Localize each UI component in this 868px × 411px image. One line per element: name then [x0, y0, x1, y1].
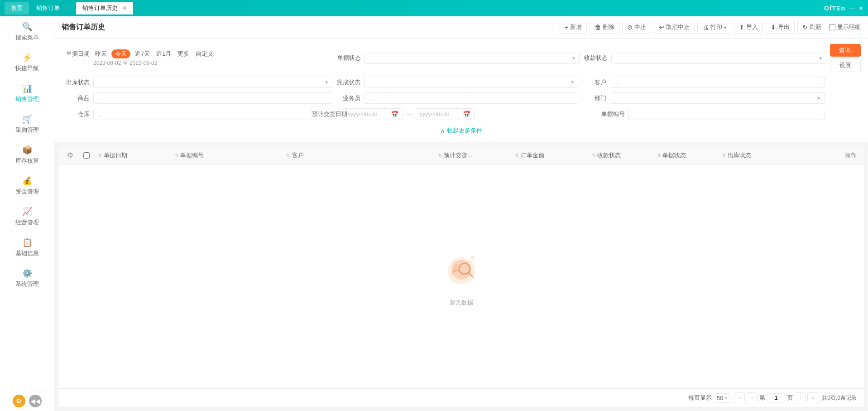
cancel-stop-icon: ↩	[659, 24, 664, 31]
filter-row-2: 出库状态 ▾ 完成状态 ▾ 客户 ...	[62, 77, 861, 88]
page-size-value: 50	[717, 395, 723, 401]
sort-icon-status[interactable]: ⇅	[657, 153, 661, 158]
th-status-label: 单据状态	[662, 151, 686, 160]
date-label: 单据日期	[62, 50, 93, 58]
prev-page-button[interactable]: ‹	[747, 392, 758, 403]
sidebar-item-sales-mgmt[interactable]: 📊 销售管理	[0, 78, 54, 109]
delete-label: 删除	[603, 23, 614, 31]
import-button[interactable]: ⬆ 导入	[734, 21, 763, 34]
sidebar-item-quick-nav[interactable]: ⚡ 快捷导航	[0, 47, 54, 78]
sidebar-settings-button[interactable]: ⚙	[13, 395, 25, 407]
last-page-button[interactable]: »	[807, 392, 818, 403]
sidebar-item-purchase-mgmt[interactable]: 🛒 采购管理	[0, 109, 54, 140]
tab-sales-order-history[interactable]: 销售订单历史 ✕	[76, 2, 133, 15]
sidebar-sound-button[interactable]: ◀◀	[29, 395, 42, 407]
filter-col-salesperson: 业务员 ...	[332, 92, 579, 104]
window-minimize[interactable]: —	[849, 5, 855, 12]
sidebar-item-operations[interactable]: 📈 经营管理	[0, 201, 54, 232]
export-label: 导出	[778, 23, 790, 31]
customer-input[interactable]: ...	[610, 77, 825, 88]
sort-icon-payment[interactable]: ⇅	[592, 153, 595, 158]
th-payment: ⇅ 收款状态	[588, 151, 653, 160]
tab-sales-order-history-close[interactable]: ✕	[122, 5, 127, 11]
settings-gear-icon[interactable]: ⚙	[67, 151, 73, 160]
new-button[interactable]: + 新增	[560, 21, 587, 34]
sidebar-item-finance[interactable]: 💰 资金管理	[0, 170, 54, 201]
date-more[interactable]: 更多	[176, 49, 191, 58]
print-button[interactable]: 🖨 打印 ▾	[697, 21, 731, 34]
display-detail-checkbox[interactable]	[829, 24, 835, 30]
collapse-button[interactable]: ∧ 收起更多条件	[62, 125, 861, 136]
operations-icon: 📈	[22, 207, 32, 217]
page-size-dropdown-icon: ▾	[725, 396, 727, 401]
top-bar-right: OfTEn — ✕	[824, 5, 863, 12]
sidebar-item-sys-mgmt[interactable]: ⚙️ 系统管理	[0, 263, 54, 294]
next-page-button[interactable]: ›	[795, 392, 806, 403]
sort-icon-customer[interactable]: ⇅	[287, 153, 290, 158]
filter-col-status: 单据状态 ▾	[333, 53, 580, 64]
sidebar-item-purchase-mgmt-label: 采购管理	[15, 126, 39, 134]
table-header: ⚙ ⇅ 单据日期 ⇅ 单据编号 ⇅ 客户 ⇅	[58, 146, 864, 164]
doc-no-input[interactable]	[628, 109, 825, 120]
dept-select[interactable]: ▾	[610, 92, 825, 104]
date-1month[interactable]: 近1月	[154, 49, 173, 58]
query-button[interactable]: 查询	[830, 44, 861, 57]
stop-icon: ⊘	[627, 24, 633, 31]
th-out-status: ⇅ 出库状态	[719, 151, 795, 160]
sort-icon-doc-no[interactable]: ⇅	[175, 153, 178, 158]
delivery-date-from[interactable]: yyyy-mm-dd 📅	[344, 108, 403, 120]
out-status-select[interactable]: ▾	[93, 77, 332, 88]
page-number-input[interactable]	[767, 393, 785, 402]
delivery-date-group: yyyy-mm-dd 📅 — yyyy-mm-dd 📅	[344, 108, 475, 120]
goods-input[interactable]: ...	[93, 92, 332, 104]
page-size-dropdown[interactable]: 50 ▾	[714, 393, 730, 403]
cancel-stop-label: 取消中止	[666, 23, 690, 31]
th-amount-label: 订单金额	[521, 151, 544, 160]
stop-button[interactable]: ⊘ 中止	[622, 21, 651, 34]
svg-point-5	[469, 261, 472, 263]
dept-dropdown-icon: ▾	[817, 95, 820, 102]
date-7days[interactable]: 近7天	[133, 49, 152, 58]
delivery-date-to[interactable]: yyyy-mm-dd 📅	[416, 108, 475, 120]
finance-icon: 💰	[22, 176, 32, 186]
status-select[interactable]: ▾	[364, 53, 580, 64]
th-settings[interactable]: ⚙	[62, 151, 78, 160]
tab-home[interactable]: 首页	[5, 2, 29, 15]
sort-icon-delivery[interactable]: ⇅	[438, 153, 442, 158]
delete-button[interactable]: 🗑 删除	[590, 21, 619, 34]
empty-state: 暂无数据	[58, 164, 864, 388]
sidebar-item-search-menu[interactable]: 🔍 搜索菜单	[0, 16, 54, 47]
page-label: 第	[759, 394, 765, 402]
sort-icon-out-status[interactable]: ⇅	[722, 153, 726, 158]
sidebar-item-search-menu-label: 搜索菜单	[15, 34, 39, 42]
export-button[interactable]: ⬇ 导出	[766, 21, 795, 34]
pay-status-select[interactable]: ▾	[611, 53, 826, 64]
filter-col-out-status: 出库状态 ▾	[62, 77, 332, 88]
cancel-stop-button[interactable]: ↩ 取消中止	[654, 21, 695, 34]
sort-icon-date[interactable]: ⇅	[98, 153, 102, 158]
select-all-checkbox[interactable]	[83, 152, 90, 159]
th-customer: ⇅ 客户	[283, 151, 435, 160]
tab-sales-order[interactable]: 销售订单 ✕	[30, 2, 75, 15]
complete-status-select[interactable]: ▾	[364, 77, 579, 88]
window-close[interactable]: ✕	[858, 5, 863, 12]
sidebar-bottom: ⚙ ◀◀	[0, 391, 54, 411]
pay-status-dropdown-icon: ▾	[819, 55, 822, 62]
sidebar-item-inventory[interactable]: 📦 库存核算	[0, 140, 54, 170]
date-yesterday[interactable]: 昨天	[93, 49, 109, 58]
purchase-mgmt-icon: 🛒	[22, 114, 32, 124]
settings-button[interactable]: 设置	[830, 58, 861, 72]
th-delivery: ⇅ 预计交货...	[435, 151, 511, 160]
refresh-button[interactable]: ↻ 刷新	[797, 21, 826, 34]
date-today[interactable]: 今天	[111, 49, 130, 58]
th-checkbox[interactable]	[78, 152, 95, 159]
sort-icon-amount[interactable]: ⇅	[515, 153, 519, 158]
date-custom[interactable]: 自定义	[194, 49, 215, 58]
status-label: 单据状态	[333, 54, 364, 62]
sidebar-item-basic-info[interactable]: 📋 基础信息	[0, 232, 54, 263]
calendar-from-icon: 📅	[391, 111, 398, 118]
salesperson-input[interactable]: ...	[364, 92, 579, 104]
tab-sales-order-close[interactable]: ✕	[64, 5, 69, 11]
first-page-button[interactable]: «	[734, 392, 745, 403]
warehouse-input[interactable]: ...	[93, 109, 312, 120]
